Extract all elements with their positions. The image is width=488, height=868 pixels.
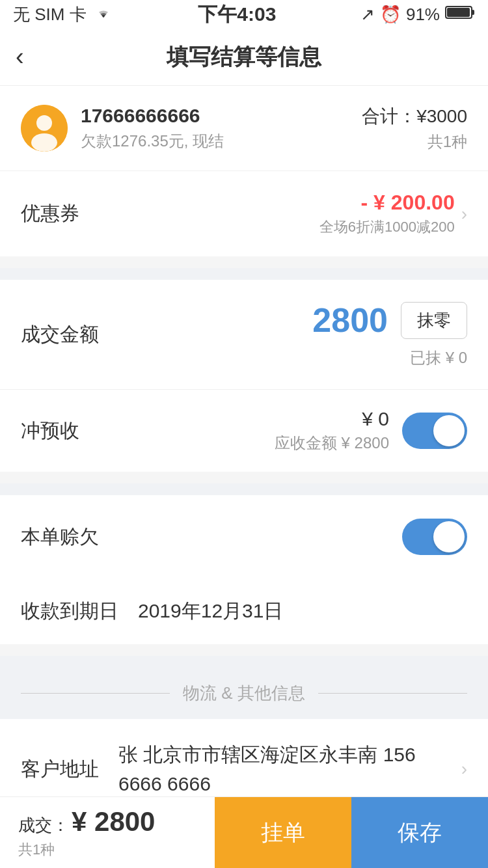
status-right: ↗ ⏰ 91% bbox=[360, 5, 475, 25]
duedate-label: 收款到期日 bbox=[21, 598, 118, 625]
svg-point-5 bbox=[31, 133, 57, 152]
chong-toggle[interactable] bbox=[402, 413, 467, 449]
svg-point-4 bbox=[36, 115, 52, 131]
sim-status: 无 SIM 卡 bbox=[13, 3, 87, 26]
hold-button[interactable]: 挂单 bbox=[215, 797, 351, 869]
chong-value-block: ¥ 0 应收金额 ¥ 2800 bbox=[275, 408, 389, 454]
chong-right: ¥ 0 应收金额 ¥ 2800 bbox=[275, 408, 467, 454]
battery-level: 91% bbox=[406, 5, 440, 25]
svg-rect-2 bbox=[447, 8, 470, 17]
user-info: 17666666666 欠款1276.35元, 现结 bbox=[81, 105, 224, 152]
deal-amount-row: 成交金额 2800 抹零 已抹 ¥ 0 bbox=[0, 280, 488, 390]
deal-sub-text: 已抹 ¥ 0 bbox=[410, 347, 467, 368]
baoqian-section: 本单赊欠 收款到期日 2019年12月31日 bbox=[0, 495, 488, 644]
wifi-icon bbox=[93, 5, 114, 25]
page-title: 填写结算等信息 bbox=[167, 42, 321, 72]
bottom-amount: ¥ 2800 bbox=[72, 806, 155, 837]
baoqian-toggle-knob bbox=[433, 521, 465, 552]
toggle-knob bbox=[433, 415, 465, 446]
duedate-row: 收款到期日 2019年12月31日 bbox=[0, 578, 488, 644]
divider-3 bbox=[0, 656, 488, 668]
address-chevron: › bbox=[461, 759, 467, 780]
user-right: 合计：¥3000 共1种 bbox=[362, 104, 467, 152]
coupon-right: - ¥ 200.00 全场6折满1000减200 › bbox=[319, 191, 467, 237]
address-value: 张 北京市市辖区海淀区永丰南 156 6666 6666 bbox=[118, 740, 461, 798]
duedate-value: 2019年12月31日 bbox=[138, 598, 283, 625]
chevron-right-icon: › bbox=[461, 204, 467, 224]
user-phone: 17666666666 bbox=[81, 105, 224, 127]
deal-amount-value: 2800 bbox=[312, 301, 388, 340]
svg-rect-1 bbox=[472, 10, 474, 15]
status-time: 下午4:03 bbox=[198, 1, 276, 28]
bottom-count: 共1种 bbox=[18, 840, 197, 860]
header-line-right bbox=[318, 693, 467, 694]
chong-label: 冲预收 bbox=[21, 418, 79, 444]
bottom-summary: 成交： ¥ 2800 共1种 bbox=[0, 806, 215, 860]
back-button[interactable]: ‹ bbox=[16, 43, 24, 71]
user-debt: 欠款1276.35元, 现结 bbox=[81, 131, 224, 152]
alarm-icon: ⏰ bbox=[380, 5, 401, 25]
status-bar: 无 SIM 卡 下午4:03 ↗ ⏰ 91% bbox=[0, 0, 488, 29]
chong-amount: ¥ 0 bbox=[275, 408, 389, 430]
deal-amount-section: 成交金额 2800 抹零 已抹 ¥ 0 冲预收 ¥ 0 应收金额 ¥ 2800 bbox=[0, 280, 488, 472]
chong-sub: 应收金额 ¥ 2800 bbox=[275, 433, 389, 454]
coupon-desc: 全场6折满1000减200 bbox=[319, 217, 455, 237]
header-line-left bbox=[21, 693, 170, 694]
address-chevron-icon: › bbox=[461, 759, 467, 780]
status-left: 无 SIM 卡 bbox=[13, 3, 114, 26]
erase-button[interactable]: 抹零 bbox=[401, 302, 467, 339]
deal-amount-label: 成交金额 bbox=[21, 321, 99, 348]
baoqian-label: 本单赊欠 bbox=[21, 524, 99, 550]
coupon-row[interactable]: 优惠券 - ¥ 200.00 全场6折满1000减200 › bbox=[0, 170, 488, 256]
user-left: 17666666666 欠款1276.35元, 现结 bbox=[21, 105, 224, 152]
section-header: 物流 & 其他信息 bbox=[0, 668, 488, 719]
nav-bar: ‹ 填写结算等信息 bbox=[0, 29, 488, 86]
user-info-section: 17666666666 欠款1276.35元, 现结 合计：¥3000 共1种 … bbox=[0, 86, 488, 256]
user-total: 合计：¥3000 bbox=[362, 104, 467, 129]
divider-2 bbox=[0, 483, 488, 495]
coupon-amount: - ¥ 200.00 bbox=[319, 191, 455, 215]
save-button[interactable]: 保存 bbox=[351, 797, 488, 869]
coupon-value: - ¥ 200.00 全场6折满1000减200 bbox=[319, 191, 455, 237]
baoqian-row: 本单赊欠 bbox=[0, 495, 488, 578]
user-count: 共1种 bbox=[362, 131, 467, 152]
chong-row: 冲预收 ¥ 0 应收金额 ¥ 2800 bbox=[0, 390, 488, 472]
baoqian-toggle[interactable] bbox=[402, 519, 467, 555]
location-icon: ↗ bbox=[360, 5, 375, 25]
bottom-deal-label: 成交： bbox=[18, 814, 69, 837]
section-header-text: 物流 & 其他信息 bbox=[183, 682, 305, 705]
bottom-bar: 成交： ¥ 2800 共1种 挂单 保存 bbox=[0, 796, 488, 868]
user-row: 17666666666 欠款1276.35元, 现结 合计：¥3000 共1种 bbox=[0, 86, 488, 170]
address-label: 客户地址 bbox=[21, 756, 99, 783]
avatar bbox=[21, 105, 68, 152]
divider-1 bbox=[0, 268, 488, 280]
battery-icon bbox=[445, 5, 475, 25]
coupon-label: 优惠券 bbox=[21, 200, 79, 227]
